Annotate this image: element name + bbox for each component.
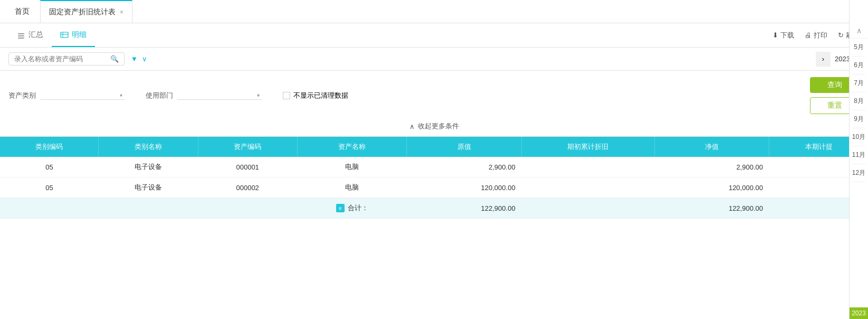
search-input-wrap[interactable]: 🔍 — [8, 52, 125, 65]
tab-close-icon[interactable]: × — [120, 9, 123, 15]
search-icon: 🔍 — [110, 55, 119, 63]
data-table: 类别编码 类别名称 资产编码 资产名称 原值 期初累计折旧 净值 本期计提 05… — [0, 137, 868, 219]
tab-summary[interactable]: 汇总 — [8, 23, 52, 47]
asset-type-select[interactable]: ▾ — [40, 91, 125, 100]
tab-detail[interactable]: 明细 — [52, 23, 95, 47]
print-icon: 🖨 — [805, 31, 812, 39]
more-conditions-button[interactable]: ▼ ∨ — [131, 55, 147, 63]
cell-accumulated-dep — [522, 177, 655, 198]
tab-active[interactable]: 固定资产折旧统计表 × — [40, 0, 132, 23]
col-header-asset-code: 资产编码 — [198, 137, 297, 157]
table-wrap: 类别编码 类别名称 资产编码 资产名称 原值 期初累计折旧 净值 本期计提 05… — [0, 137, 868, 319]
table-row: 05 电子设备 000002 电脑 120,000.00 120,000.00 — [0, 177, 868, 198]
svg-rect-0 — [18, 33, 24, 34]
hide-cleared-field: 不显示已清理数据 — [283, 91, 348, 100]
chevron-down-icon: ∨ — [142, 55, 147, 63]
cell-original-value: 120,000.00 — [407, 177, 522, 198]
right-sidebar: ∧ 5月6月7月8月9月10月11月12月 2023 — [849, 0, 868, 319]
table-header-row: 类别编码 类别名称 资产编码 资产名称 原值 期初累计折旧 净值 本期计提 — [0, 137, 868, 157]
svg-rect-1 — [18, 35, 24, 36]
cell-category-code: 05 — [0, 177, 99, 198]
col-header-accumulated-dep: 期初累计折旧 — [522, 137, 655, 157]
refresh-icon: ↻ — [838, 31, 844, 39]
cell-net-value: 120,000.00 — [654, 177, 769, 198]
total-accumulated-dep — [522, 198, 655, 219]
sidebar-month-item[interactable]: 8月 — [852, 92, 865, 110]
col-header-original-value: 原值 — [407, 137, 522, 157]
cell-net-value: 2,900.00 — [654, 157, 769, 177]
tab-active-label: 固定资产折旧统计表 — [49, 7, 116, 17]
department-arrow: ▾ — [257, 92, 260, 98]
department-select[interactable]: ▾ — [177, 91, 262, 100]
cell-asset-name: 电脑 — [297, 177, 407, 198]
top-tab-bar: 首页 固定资产折旧统计表 × ✕ — [0, 0, 868, 23]
sidebar-month-item[interactable]: 6月 — [852, 57, 865, 74]
svg-rect-3 — [61, 32, 68, 37]
cell-category-name: 电子设备 — [99, 177, 198, 198]
filter-bar: 🔍 ▼ ∨ › 2023.01 — [0, 48, 868, 71]
advanced-filter: 资产类别 ▾ 使用部门 ▾ 不显示已清理数据 查询 重置 ∧ 收起更多条件 — [0, 71, 868, 137]
svg-rect-2 — [18, 37, 24, 39]
department-label: 使用部门 — [146, 91, 173, 100]
sidebar-month-item[interactable]: 12月 — [852, 164, 865, 182]
sidebar-month-item[interactable]: 11月 — [852, 146, 865, 164]
sidebar-month-item[interactable]: 7月 — [852, 74, 865, 92]
col-header-category-name: 类别名称 — [99, 137, 198, 157]
sidebar-month-item[interactable]: 10月 — [852, 128, 865, 146]
download-icon: ⬇ — [772, 31, 778, 39]
filter-row-1: 资产类别 ▾ 使用部门 ▾ 不显示已清理数据 查询 重置 — [8, 77, 860, 114]
table-row: 05 电子设备 000001 电脑 2,900.00 2,900.00 — [0, 157, 868, 177]
asset-type-label: 资产类别 — [8, 91, 36, 100]
col-header-category-code: 类别编码 — [0, 137, 99, 157]
sidebar-nav-up[interactable]: ∧ — [850, 23, 868, 39]
sidebar-month-item[interactable]: 9月 — [852, 110, 865, 128]
sidebar-month-item[interactable]: 5月 — [852, 39, 865, 57]
sub-tab-bar: 汇总 明细 ⬇ 下载 🖨 打印 ↻ 刷新 — [0, 23, 868, 48]
total-icon: ≡ — [336, 204, 345, 212]
cell-asset-code: 000002 — [198, 177, 297, 198]
col-header-asset-name: 资产名称 — [297, 137, 407, 157]
total-row: ≡ 合计： 122,900.00 122,900.00 — [0, 198, 868, 219]
total-net-value: 122,900.00 — [654, 198, 769, 219]
collapse-more-button[interactable]: ∧ 收起更多条件 — [8, 118, 860, 132]
cell-category-code: 05 — [0, 157, 99, 177]
filter-icon: ▼ — [131, 55, 138, 63]
total-label-cell: ≡ 合计： — [297, 198, 407, 219]
col-header-net-value: 净值 — [654, 137, 769, 157]
cell-asset-code: 000001 — [198, 157, 297, 177]
tab-detail-label: 明细 — [72, 30, 87, 40]
search-input[interactable] — [14, 55, 106, 63]
expand-arrow-button[interactable]: › — [816, 52, 831, 67]
cell-original-value: 2,900.00 — [407, 157, 522, 177]
department-field: 使用部门 ▾ — [146, 91, 262, 100]
cell-asset-name: 电脑 — [297, 157, 407, 177]
print-button[interactable]: 🖨 打印 — [805, 31, 827, 40]
cell-category-name: 电子设备 — [99, 157, 198, 177]
hide-cleared-label: 不显示已清理数据 — [293, 91, 348, 100]
layers-icon — [17, 31, 25, 39]
asset-type-arrow: ▾ — [120, 92, 122, 98]
collapse-up-icon: ∧ — [409, 123, 415, 130]
tab-home[interactable]: 首页 — [6, 0, 38, 23]
tab-actions: ⬇ 下载 🖨 打印 ↻ 刷新 — [772, 31, 860, 40]
tab-summary-label: 汇总 — [28, 30, 43, 40]
download-button[interactable]: ⬇ 下载 — [772, 31, 794, 40]
sidebar-months: 5月6月7月8月9月10月11月12月 — [852, 39, 865, 182]
total-original-value: 122,900.00 — [407, 198, 522, 219]
sidebar-year-badge: 2023 — [850, 307, 868, 319]
asset-type-field: 资产类别 ▾ — [8, 91, 125, 100]
list-icon — [60, 31, 69, 39]
cell-accumulated-dep — [522, 157, 655, 177]
hide-cleared-checkbox[interactable] — [283, 92, 290, 99]
